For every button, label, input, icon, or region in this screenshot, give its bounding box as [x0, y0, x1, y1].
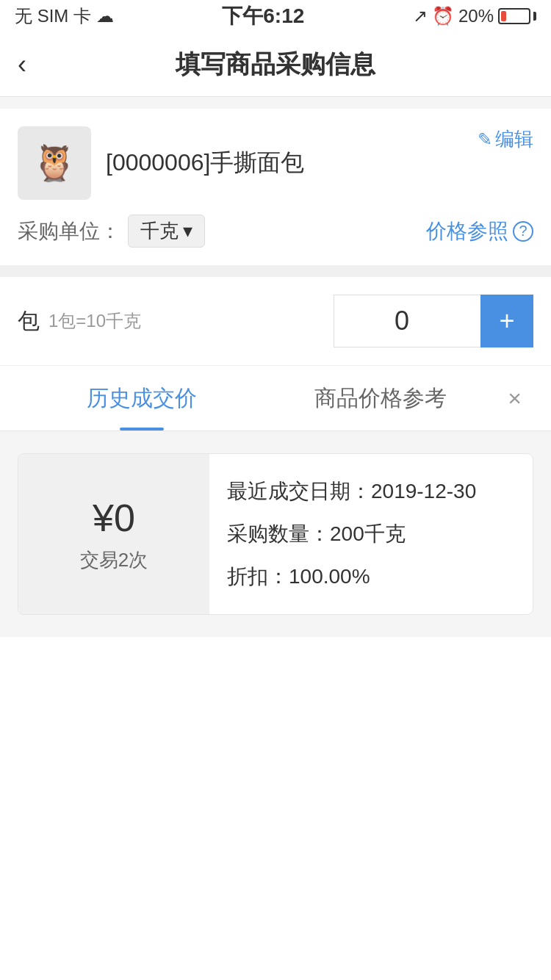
currency-symbol: ¥	[93, 497, 114, 539]
product-info: 🦉 [0000006]手撕面包	[18, 126, 304, 200]
battery-body	[498, 8, 530, 24]
tabs-header: 历史成交价 商品价格参考 ×	[0, 366, 551, 431]
quantity-control: +	[334, 295, 533, 347]
help-icon: ?	[513, 221, 533, 242]
tab-history-price[interactable]: 历史成交价	[22, 366, 262, 430]
price-ref-label: 价格参照	[426, 217, 508, 245]
status-time: 下午6:12	[222, 2, 304, 30]
unit-select-dropdown[interactable]: 千克 ▾	[128, 215, 205, 248]
price-history-card: ¥0 交易2次 最近成交日期：2019-12-30 采购数量：200千克 折扣：…	[18, 453, 533, 615]
unit-label-text: 采购单位：	[18, 217, 120, 245]
quantity-label: 包 1包=10千克	[18, 306, 141, 336]
dropdown-arrow-icon: ▾	[183, 220, 192, 242]
status-right: ↗ ⏰ 20%	[413, 6, 536, 26]
bottom-area	[0, 637, 551, 980]
amount-value: 0	[114, 497, 135, 539]
discount-row: 折扣：100.00%	[227, 561, 515, 592]
back-button[interactable]: ‹	[18, 49, 26, 80]
product-card: 🦉 [0000006]手撕面包 ✎ 编辑 采购单位： 千克 ▾ 价格参照 ?	[0, 109, 551, 265]
product-thumbnail-icon: 🦉	[32, 143, 76, 184]
quantity-row: 包 1包=10千克 +	[0, 277, 551, 366]
status-bar: 无 SIM 卡 ☁ 下午6:12 ↗ ⏰ 20%	[0, 0, 551, 32]
product-name: [0000006]手撕面包	[106, 147, 304, 179]
quantity-input[interactable]	[334, 295, 480, 347]
tab-product-price-ref[interactable]: 商品价格参考	[262, 366, 501, 430]
purchase-qty-row: 采购数量：200千克	[227, 519, 515, 550]
discount-value: 100.00%	[289, 565, 370, 588]
price-ref-button[interactable]: 价格参照 ?	[426, 217, 533, 245]
product-image: 🦉	[18, 126, 91, 200]
battery-fill	[501, 11, 506, 21]
unit-value: 千克	[140, 218, 179, 244]
product-unit-row: 采购单位： 千克 ▾ 价格参照 ?	[18, 215, 533, 248]
recent-date-value: 2019-12-30	[371, 480, 476, 502]
edit-icon: ✎	[478, 129, 492, 150]
purchase-qty-label: 采购数量：	[227, 522, 330, 545]
recent-date-label: 最近成交日期：	[227, 480, 371, 502]
unit-label: 采购单位： 千克 ▾	[18, 215, 205, 248]
price-amount: ¥0	[93, 496, 135, 540]
battery-percent: 20%	[458, 6, 494, 26]
tab-content: ¥0 交易2次 最近成交日期：2019-12-30 采购数量：200千克 折扣：…	[0, 431, 551, 637]
price-trades: 交易2次	[80, 547, 148, 573]
tab-product-price-ref-label: 商品价格参考	[314, 383, 447, 414]
price-card-right: 最近成交日期：2019-12-30 采购数量：200千克 折扣：100.00%	[209, 454, 533, 614]
section-divider	[0, 265, 551, 277]
page-title: 填写商品采购信息	[176, 48, 375, 82]
quantity-plus-button[interactable]: +	[480, 295, 533, 347]
battery-icon	[498, 8, 536, 24]
battery-cap	[533, 12, 536, 21]
product-header: 🦉 [0000006]手撕面包 ✎ 编辑	[18, 126, 533, 200]
discount-label: 折扣：	[227, 565, 289, 588]
nav-bar: ‹ 填写商品采购信息	[0, 32, 551, 97]
edit-button[interactable]: ✎ 编辑	[478, 126, 533, 152]
tabs-close-button[interactable]: ×	[500, 378, 529, 419]
alarm-icon: ⏰	[432, 6, 454, 26]
quantity-conversion-info: 1包=10千克	[48, 309, 141, 333]
tabs-section: 历史成交价 商品价格参考 × ¥0 交易2次 最近成交日期：2019-12-30…	[0, 366, 551, 637]
sim-status: 无 SIM 卡 ☁	[15, 4, 114, 28]
location-icon: ↗	[413, 6, 428, 26]
price-card-left: ¥0 交易2次	[18, 454, 209, 614]
tab-history-price-label: 历史成交价	[87, 383, 197, 414]
quantity-unit-text: 包	[18, 306, 40, 336]
purchase-qty-value: 200千克	[330, 522, 406, 545]
status-left: 无 SIM 卡 ☁	[15, 4, 114, 28]
recent-date-row: 最近成交日期：2019-12-30	[227, 476, 515, 507]
edit-label: 编辑	[495, 126, 533, 152]
